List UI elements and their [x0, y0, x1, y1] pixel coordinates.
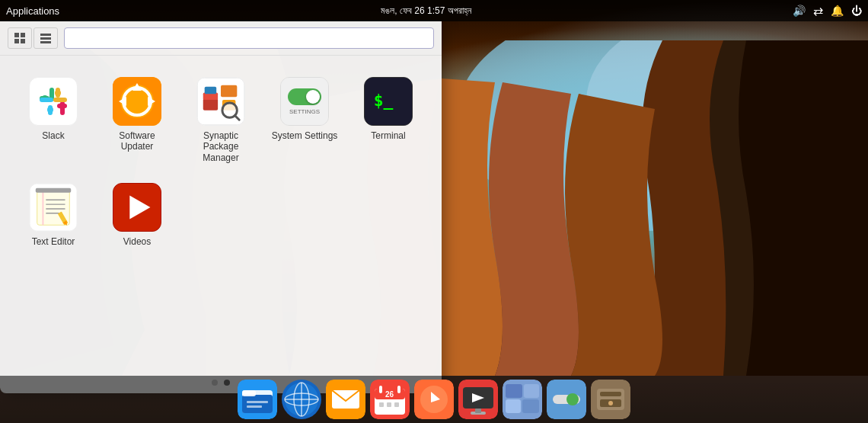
svg-rect-67 [397, 386, 400, 393]
system-settings-icon: SETTINGS [280, 77, 329, 126]
svg-rect-66 [379, 386, 382, 393]
svg-rect-83 [522, 399, 539, 413]
app-item-videos[interactable]: Videos [99, 177, 175, 253]
apps-row-2: Text Editor Videos [15, 177, 426, 253]
grid-view-button[interactable] [8, 27, 32, 49]
svg-rect-7 [40, 37, 51, 40]
list-view-button[interactable] [34, 27, 58, 49]
videos-label: Videos [123, 236, 151, 247]
svg-rect-8 [40, 41, 51, 43]
software-updater-label: Software Updater [103, 130, 171, 152]
dock-item-backup[interactable] [591, 380, 630, 419]
panel-right: 🔊 ⇄ 🔔 ⏻ [793, 4, 862, 18]
svg-rect-68 [379, 402, 384, 407]
svg-rect-80 [506, 384, 522, 398]
search-input[interactable] [64, 27, 434, 49]
slack-label: Slack [42, 130, 64, 141]
dock-item-settings[interactable] [547, 380, 586, 419]
synaptic-icon [196, 77, 245, 126]
terminal-icon: $_ [364, 77, 413, 126]
panel-left: Applications [6, 5, 59, 17]
svg-text:26: 26 [385, 390, 394, 399]
svg-rect-52 [242, 390, 256, 396]
svg-point-91 [608, 401, 613, 405]
app-launcher: Slack [0, 21, 442, 393]
svg-rect-70 [394, 402, 399, 407]
app-item-software-updater[interactable]: Software Updater [99, 71, 175, 159]
svg-rect-18 [56, 88, 60, 98]
software-updater-icon [113, 77, 161, 126]
dock-item-files[interactable] [238, 380, 277, 419]
datetime-text: মঙল, ফেব 26 1:57 অপরাহ্ন [381, 5, 471, 16]
top-panel: Applications মঙল, ফেব 26 1:57 অপরাহ্ন 🔊 … [0, 0, 868, 21]
sound-icon[interactable]: 🔊 [793, 5, 806, 17]
svg-rect-19 [40, 98, 53, 102]
app-item-text-editor[interactable]: Text Editor [15, 177, 91, 253]
panel-datetime: মঙল, ফেব 26 1:57 অপরাহ্ন [381, 5, 471, 16]
slack-icon [29, 77, 78, 126]
svg-rect-51 [242, 395, 273, 413]
text-editor-icon [29, 183, 78, 232]
svg-rect-5 [21, 39, 25, 43]
dock: 26 [0, 376, 868, 423]
app-item-system-settings[interactable]: SETTINGS System Settings [266, 71, 343, 147]
svg-rect-32 [205, 87, 217, 95]
svg-rect-21 [48, 105, 53, 115]
dock-item-browser[interactable] [282, 380, 321, 419]
app-item-slack[interactable]: Slack [15, 71, 91, 147]
dock-item-mail[interactable] [326, 380, 365, 419]
svg-rect-30 [221, 85, 237, 98]
view-toggle [8, 27, 58, 49]
apps-grid: Slack [0, 56, 442, 372]
svg-point-86 [566, 393, 579, 405]
dock-item-photos[interactable] [503, 380, 542, 419]
synaptic-label: Synaptic Package Manager [187, 130, 255, 163]
dock-item-media[interactable] [458, 380, 498, 419]
svg-text:$_: $_ [374, 91, 394, 110]
svg-rect-3 [21, 33, 25, 37]
system-settings-label: System Settings [272, 130, 338, 141]
svg-rect-9 [34, 82, 73, 121]
videos-icon [113, 183, 161, 232]
notification-icon[interactable]: 🔔 [831, 5, 844, 17]
svg-rect-2 [14, 33, 19, 37]
svg-rect-4 [14, 39, 19, 43]
apps-row-1: Slack [15, 71, 426, 169]
svg-rect-6 [40, 34, 51, 36]
svg-rect-78 [475, 409, 481, 413]
dock-items: 26 [228, 377, 640, 422]
network-icon[interactable]: ⇄ [813, 4, 823, 18]
svg-rect-15 [57, 104, 67, 108]
svg-rect-81 [524, 384, 539, 398]
terminal-label: Terminal [371, 130, 405, 141]
app-item-synaptic[interactable]: Synaptic Package Manager [183, 71, 259, 169]
svg-rect-69 [387, 402, 391, 407]
svg-rect-89 [600, 392, 621, 396]
svg-rect-40 [36, 188, 72, 193]
launcher-toolbar [0, 21, 442, 56]
svg-rect-82 [506, 399, 521, 413]
text-editor-label: Text Editor [32, 236, 75, 247]
svg-rect-16 [53, 98, 67, 102]
svg-rect-28 [203, 98, 218, 111]
power-icon[interactable]: ⏻ [851, 5, 862, 17]
svg-rect-53 [247, 401, 268, 403]
applications-menu[interactable]: Applications [6, 5, 59, 17]
desktop: Applications মঙল, ফেব 26 1:57 অপরাহ্ন 🔊 … [0, 0, 868, 423]
dock-item-calendar[interactable]: 26 [370, 380, 410, 419]
svg-rect-54 [247, 405, 262, 408]
dock-item-music[interactable] [414, 380, 454, 419]
app-item-terminal[interactable]: $_ Terminal [350, 71, 426, 147]
